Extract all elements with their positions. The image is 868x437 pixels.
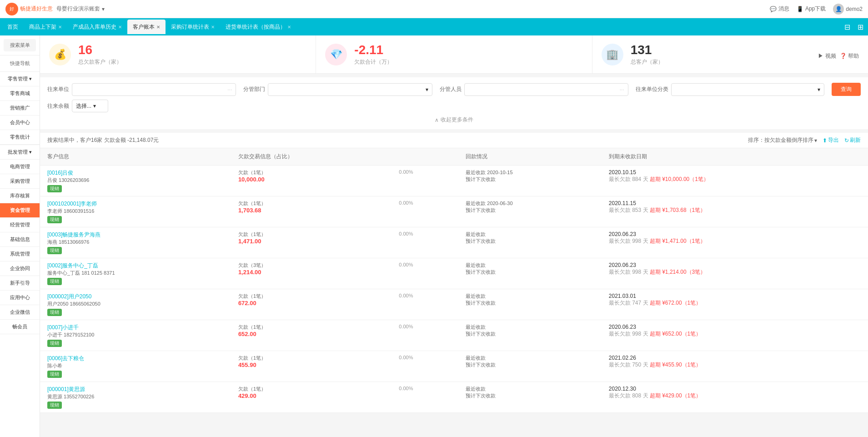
refresh-btn[interactable]: ↻ 刷新 <box>844 136 861 144</box>
help-btn[interactable]: ❓ 帮助 <box>840 52 859 60</box>
customer-name[interactable]: [000001]黄思源 <box>47 386 85 392</box>
customer-info-cell: [0006]去下粮仓 陈小希 现销 <box>40 351 231 382</box>
filter-category-select[interactable]: ▾ <box>671 83 824 96</box>
sidebar-item-guide[interactable]: 新手引导 <box>0 276 40 291</box>
tab-customer-account[interactable]: 客户账本 ✕ <box>127 20 166 34</box>
overdue-amount[interactable]: 超期 ¥429.00（1笔） <box>650 392 701 399</box>
sidebar-item-inventory[interactable]: 库存核算 <box>0 189 40 203</box>
debt-ratio: 0.00% <box>399 262 451 267</box>
close-icon[interactable]: ✕ <box>118 25 122 30</box>
overdue-amount[interactable]: 超期 ¥1,471.00（1笔） <box>650 238 706 244</box>
tab-home[interactable]: 首页 <box>2 20 24 34</box>
close-icon[interactable]: ✕ <box>211 25 215 30</box>
customer-name[interactable]: [0007]小进千 <box>47 324 79 331</box>
sidebar-item-enterprise[interactable]: 企业协同 <box>0 261 40 276</box>
sidebar-item-wechat[interactable]: 企业微信 <box>0 305 40 320</box>
app-download-btn[interactable]: 📱 App下载 <box>797 5 826 13</box>
due-date: 2020.06.23 <box>609 324 861 330</box>
next-payment: 预计下次收款 <box>466 207 594 214</box>
filter-dept-select[interactable]: ▾ <box>268 83 432 96</box>
close-icon[interactable]: ✕ <box>156 25 160 30</box>
due-date: 2021.03.01 <box>609 293 861 299</box>
sidebar-item-marketing[interactable]: 营销推广 <box>0 101 40 116</box>
debt-desc: 欠款（1笔） <box>238 200 384 207</box>
sidebar-item-finance[interactable]: 资金管理 <box>0 203 40 218</box>
debt-amount[interactable]: 1,703.68 <box>238 207 384 214</box>
debt-desc: 欠款（3笔） <box>238 262 384 269</box>
window-minimize-btn[interactable]: ⊟ <box>842 23 853 31</box>
next-payment: 预计下次收款 <box>466 331 594 337</box>
filter-party-input[interactable]: ··· <box>72 83 236 96</box>
filter-person-input[interactable]: ··· <box>464 83 628 96</box>
close-icon[interactable]: ✕ <box>58 25 62 30</box>
sort-arrow-icon: ▾ <box>814 137 817 144</box>
sidebar-item-quick-nav[interactable]: 快捷导航 <box>0 55 40 72</box>
debt-amount[interactable]: 1,214.00 <box>238 269 384 276</box>
sort-selector[interactable]: 排序：按欠款金额倒序排序 ▾ <box>748 136 817 144</box>
customer-name[interactable]: [0016]吕俊 <box>47 170 73 176</box>
window-expand-btn[interactable]: ⊞ <box>855 23 866 31</box>
debt-ratio: 0.00% <box>399 293 451 298</box>
stat-debt-customers-info: 16 总欠款客户（家） <box>78 43 122 66</box>
overdue-amount[interactable]: 超期 ¥10,000.00（1笔） <box>650 176 709 182</box>
sidebar-item-purchase-mgmt[interactable]: 采购管理 <box>0 174 40 189</box>
sidebar-item-retail-mgmt[interactable]: 零售管理 ▾ <box>0 72 40 86</box>
filter-balance-select[interactable]: 选择... ▾ <box>72 100 108 112</box>
due-date-cell: 2020.06.23 最长欠款 998 天 超期 ¥1,214.00（3笔） <box>602 258 868 289</box>
overdue-days: 最长欠款 998 天 <box>609 331 650 337</box>
customer-phone: 吕俊 13026203696 <box>47 177 224 184</box>
customer-name[interactable]: [000002]用户2050 <box>47 293 91 300</box>
customer-name[interactable]: [0002]服务中心_丁磊 <box>47 262 98 269</box>
customer-name[interactable]: [0003]畅捷服务尹海燕 <box>47 231 100 238</box>
phone-icon: 📱 <box>797 6 803 12</box>
company-selector[interactable]: 母婴行业演示账套 ▾ <box>56 5 105 13</box>
tab-purchase-product-stats[interactable]: 进货单统计表（按商品） ✕ <box>220 20 296 34</box>
overdue-amount[interactable]: 超期 ¥652.00（1笔） <box>650 331 701 337</box>
debt-amount[interactable]: 652.00 <box>238 331 384 337</box>
top-bar-left: 好 畅捷通好生意 母婴行业演示账套 ▾ <box>5 3 105 15</box>
overdue-amount[interactable]: 超期 ¥1,703.68（1笔） <box>650 207 706 213</box>
search-button[interactable]: 查询 <box>832 83 861 96</box>
customer-name[interactable]: [0006]去下粮仓 <box>47 355 84 362</box>
export-btn[interactable]: ⬆ 导出 <box>823 136 839 144</box>
debt-info-cell: 欠款（1笔） 672.00 <box>231 289 391 320</box>
sidebar-item-retail-mall[interactable]: 零售商城 <box>0 86 40 101</box>
sidebar-item-wholesale-mgmt[interactable]: 批发管理 ▾ <box>0 145 40 160</box>
overdue-amount[interactable]: 超期 ¥455.90（1笔） <box>650 362 701 368</box>
sidebar-item-retail-stats[interactable]: 零售统计 <box>0 130 40 145</box>
sidebar-item-system[interactable]: 系统管理 <box>0 247 40 261</box>
debt-amount[interactable]: 429.00 <box>238 392 384 399</box>
collapse-btn[interactable]: ∧ 收起更多条件 <box>435 116 473 124</box>
collapse-label: 收起更多条件 <box>441 116 473 124</box>
tab-production-history[interactable]: 产成品入库单历史 ✕ <box>67 20 127 34</box>
stat-actions: ▶ 视频 ❓ 帮助 <box>818 49 859 60</box>
status-badge: 现销 <box>47 216 62 223</box>
video-btn[interactable]: ▶ 视频 <box>818 52 836 60</box>
user-menu[interactable]: 👤 demo2 <box>833 4 863 15</box>
sidebar-item-member[interactable]: 会员中心 <box>0 116 40 130</box>
next-payment: 预计下次收款 <box>466 392 594 399</box>
debt-amount[interactable]: 1,471.00 <box>238 238 384 245</box>
debt-amount[interactable]: 455.90 <box>238 362 384 368</box>
main-layout: 搜索菜单 快捷导航 零售管理 ▾ 零售商城 营销推广 会员中心 零售统计 批发管… <box>0 35 868 437</box>
overdue-amount[interactable]: 超期 ¥672.00（1笔） <box>650 300 701 306</box>
sidebar-item-operations[interactable]: 经营管理 <box>0 218 40 232</box>
sidebar-item-app-center[interactable]: 应用中心 <box>0 291 40 305</box>
search-menu-btn[interactable]: 搜索菜单 <box>4 39 36 51</box>
overdue-amount[interactable]: 超期 ¥1,214.00（3笔） <box>650 269 706 275</box>
overdue-days: 最长欠款 853 天 <box>609 207 650 213</box>
close-icon[interactable]: ✕ <box>287 25 291 30</box>
filter-row-1: 往来单位 ··· 分管部门 ▾ 分管人员 <box>47 83 861 96</box>
tab-product-listing[interactable]: 商品上下架 ✕ <box>24 20 67 34</box>
sidebar-item-member2[interactable]: 畅会员 <box>0 320 40 334</box>
sidebar-item-basic-info[interactable]: 基础信息 <box>0 232 40 247</box>
sidebar-item-ecommerce[interactable]: 电商管理 <box>0 160 40 174</box>
dropdown-icon: ▾ <box>102 6 105 12</box>
avatar: 👤 <box>833 4 844 15</box>
tab-purchase-stats[interactable]: 采购订单统计表 ✕ <box>166 20 220 34</box>
customer-name[interactable]: [0001020001]李老师 <box>47 201 97 207</box>
debt-amount[interactable]: 10,000.00 <box>238 176 384 183</box>
message-btn[interactable]: 💬 消息 <box>770 5 789 13</box>
last-payment: 最近收款 <box>466 386 594 392</box>
debt-amount[interactable]: 672.00 <box>238 300 384 306</box>
